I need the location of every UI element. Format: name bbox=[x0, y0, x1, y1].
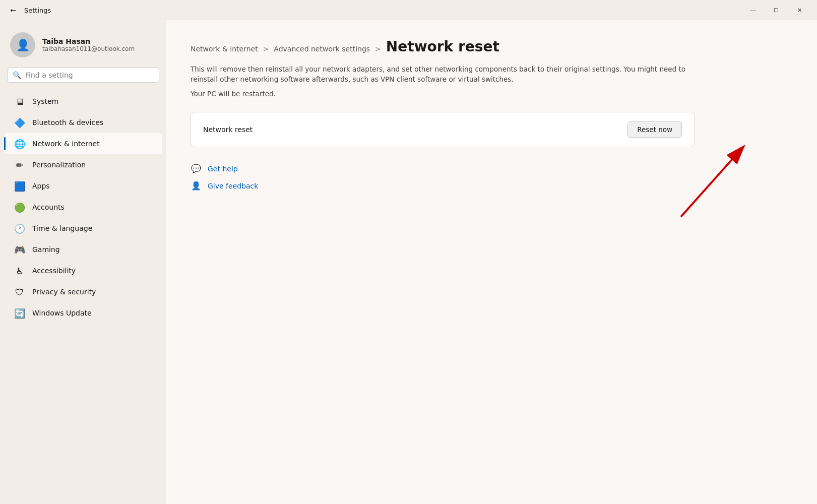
page-title: Network reset bbox=[386, 38, 499, 55]
sidebar-item-label: Bluetooth & devices bbox=[32, 118, 103, 127]
search-box[interactable]: 🔍 bbox=[7, 68, 159, 83]
user-email: taibahasan1011@outlook.com bbox=[42, 45, 135, 52]
sidebar-item-privacy[interactable]: 🛡 Privacy & security bbox=[4, 281, 162, 302]
sidebar-item-label: Apps bbox=[32, 182, 50, 190]
sidebar-item-personalization[interactable]: ✏️ Personalization bbox=[4, 154, 162, 175]
get-help-label: Get help bbox=[208, 165, 238, 173]
accessibility-icon: ♿ bbox=[14, 265, 25, 276]
give-feedback-icon: 👤 bbox=[191, 180, 202, 192]
close-button[interactable]: ✕ bbox=[788, 2, 811, 18]
avatar: 👤 bbox=[10, 32, 35, 57]
content-area: Network & internet > Advanced network se… bbox=[166, 20, 817, 504]
sidebar-item-label: Accessibility bbox=[32, 267, 76, 275]
title-bar: ← Settings — ☐ ✕ bbox=[0, 0, 817, 20]
window-controls: — ☐ ✕ bbox=[741, 2, 811, 18]
description-text: This will remove then reinstall all your… bbox=[191, 64, 695, 85]
user-profile[interactable]: 👤 Taiba Hasan taibahasan1011@outlook.com bbox=[0, 26, 166, 68]
maximize-button[interactable]: ☐ bbox=[765, 2, 788, 18]
accounts-icon: 🟢 bbox=[14, 202, 25, 213]
sidebar-item-label: Network & internet bbox=[32, 140, 100, 148]
privacy-icon: 🛡 bbox=[14, 286, 25, 297]
network-reset-label: Network reset bbox=[203, 125, 253, 134]
sidebar-item-gaming[interactable]: 🎮 Gaming bbox=[4, 239, 162, 260]
restart-note: Your PC will be restarted. bbox=[191, 90, 793, 98]
user-name: Taiba Hasan bbox=[42, 37, 135, 45]
sidebar-item-label: Windows Update bbox=[32, 309, 92, 317]
app-container: 👤 Taiba Hasan taibahasan1011@outlook.com… bbox=[0, 20, 817, 504]
user-info: Taiba Hasan taibahasan1011@outlook.com bbox=[42, 37, 135, 52]
give-feedback-label: Give feedback bbox=[208, 182, 258, 190]
sidebar-item-label: Personalization bbox=[32, 161, 86, 169]
breadcrumb-advanced[interactable]: Advanced network settings bbox=[274, 45, 370, 53]
apps-icon: 🟦 bbox=[14, 180, 25, 192]
sidebar-item-bluetooth[interactable]: 🔷 Bluetooth & devices bbox=[4, 112, 162, 133]
minimize-button[interactable]: — bbox=[741, 2, 765, 18]
sidebar-item-network[interactable]: 🌐 Network & internet bbox=[4, 133, 162, 154]
back-button[interactable]: ← bbox=[6, 3, 20, 17]
links-section: 💬 Get help 👤 Give feedback bbox=[191, 163, 793, 192]
windows-update-icon: 🔄 bbox=[14, 307, 25, 319]
get-help-icon: 💬 bbox=[191, 163, 202, 174]
system-icon: 🖥 bbox=[14, 96, 25, 107]
sidebar-item-label: Time & language bbox=[32, 224, 92, 232]
sidebar-item-label: Gaming bbox=[32, 245, 60, 254]
sidebar-item-system[interactable]: 🖥 System bbox=[4, 91, 162, 112]
sidebar-item-label: Accounts bbox=[32, 203, 65, 211]
reset-now-button[interactable]: Reset now bbox=[627, 121, 682, 138]
window-title: Settings bbox=[24, 7, 737, 14]
breadcrumb-sep2: > bbox=[375, 45, 381, 53]
search-icon: 🔍 bbox=[13, 71, 21, 79]
sidebar-item-accounts[interactable]: 🟢 Accounts bbox=[4, 197, 162, 218]
gaming-icon: 🎮 bbox=[14, 244, 25, 255]
time-icon: 🕐 bbox=[14, 223, 25, 234]
get-help-link[interactable]: 💬 Get help bbox=[191, 163, 793, 174]
network-reset-card: Network reset Reset now bbox=[191, 112, 695, 147]
personalization-icon: ✏️ bbox=[14, 159, 25, 170]
nav-list: 🖥 System 🔷 Bluetooth & devices 🌐 Network… bbox=[0, 91, 166, 324]
network-icon: 🌐 bbox=[14, 138, 25, 149]
sidebar-item-label: System bbox=[32, 97, 58, 105]
sidebar-item-apps[interactable]: 🟦 Apps bbox=[4, 175, 162, 197]
sidebar-item-time[interactable]: 🕐 Time & language bbox=[4, 218, 162, 239]
sidebar-item-label: Privacy & security bbox=[32, 288, 96, 296]
bluetooth-icon: 🔷 bbox=[14, 117, 25, 128]
breadcrumb-network[interactable]: Network & internet bbox=[191, 45, 258, 53]
breadcrumb-sep1: > bbox=[263, 45, 269, 53]
search-input[interactable] bbox=[25, 71, 154, 79]
sidebar-item-windows-update[interactable]: 🔄 Windows Update bbox=[4, 302, 162, 324]
give-feedback-link[interactable]: 👤 Give feedback bbox=[191, 180, 793, 192]
sidebar-item-accessibility[interactable]: ♿ Accessibility bbox=[4, 260, 162, 281]
breadcrumb: Network & internet > Advanced network se… bbox=[191, 38, 793, 55]
sidebar: 👤 Taiba Hasan taibahasan1011@outlook.com… bbox=[0, 20, 166, 504]
